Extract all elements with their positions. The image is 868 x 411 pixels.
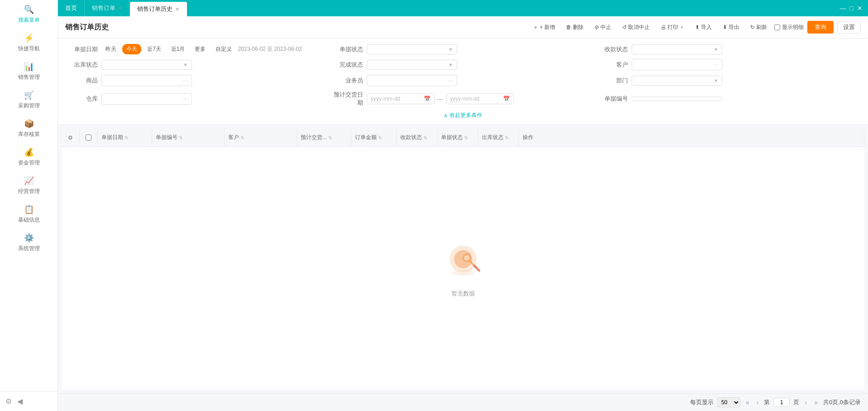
bill-status-select[interactable]: ▼ bbox=[367, 44, 457, 54]
import-button[interactable]: ⬆ 导入 bbox=[691, 22, 715, 33]
page-size-select[interactable]: 50 10 20 100 bbox=[717, 397, 740, 407]
th-delivery-label: 预计交货... bbox=[301, 134, 327, 141]
svg-line-6 bbox=[475, 266, 479, 271]
pagination: 每页显示 50 10 20 100 « ‹ 第 页 › » 共0页,0条记录 bbox=[58, 393, 868, 411]
collapse-label: 收起更多条件 bbox=[450, 111, 482, 119]
warehouse-input[interactable]: ··· bbox=[101, 93, 192, 105]
delete-icon: 🗑 bbox=[566, 24, 571, 30]
filter-warehouse-cell: 仓库 ··· bbox=[65, 93, 331, 105]
date-btn-today[interactable]: 今天 bbox=[122, 44, 141, 54]
department-arrow: ▼ bbox=[713, 78, 718, 83]
sidebar-collapse-btn[interactable]: ◀ bbox=[17, 397, 23, 406]
th-amount[interactable]: 订单金额 ⇅ bbox=[351, 129, 397, 146]
th-amount-sort: ⇅ bbox=[378, 135, 382, 140]
page-size-label: 每页显示 bbox=[690, 398, 714, 406]
query-button[interactable]: 查询 bbox=[807, 21, 834, 34]
th-customer[interactable]: 客户 ⇅ bbox=[225, 129, 297, 146]
salesperson-dots: ··· bbox=[448, 77, 453, 84]
sidebar-item-purchase-mgmt[interactable]: 🛒 采购管理 bbox=[0, 86, 58, 114]
next-page-btn[interactable]: › bbox=[803, 398, 809, 407]
out-status-label: 出库状态 bbox=[65, 61, 101, 69]
th-check[interactable] bbox=[80, 130, 98, 145]
export-button[interactable]: ⬇ 导出 bbox=[719, 22, 743, 33]
salesperson-input[interactable]: ··· bbox=[367, 75, 457, 86]
settings-button[interactable]: 设置 bbox=[837, 21, 861, 34]
department-select[interactable]: ▼ bbox=[632, 76, 722, 86]
out-status-arrow: ▼ bbox=[183, 62, 188, 68]
sidebar-settings-btn[interactable]: ⚙ bbox=[5, 397, 12, 406]
th-date[interactable]: 单据日期 ⇅ bbox=[98, 129, 152, 146]
goods-label: 商品 bbox=[65, 77, 101, 85]
display-detail-input[interactable] bbox=[774, 24, 780, 30]
th-delivery[interactable]: 预计交货... ⇅ bbox=[297, 129, 351, 146]
th-customer-sort: ⇅ bbox=[240, 135, 244, 140]
th-bill-status[interactable]: 单据状态 ⇅ bbox=[437, 129, 478, 146]
first-page-btn[interactable]: « bbox=[744, 398, 751, 407]
date-btn-yesterday[interactable]: 昨天 bbox=[101, 44, 120, 54]
tab-home-label: 首页 bbox=[65, 4, 77, 12]
th-out-status[interactable]: 出库状态 ⇅ bbox=[478, 129, 519, 146]
receipt-status-select[interactable]: ▼ bbox=[632, 44, 722, 54]
import-label: 导入 bbox=[701, 24, 712, 31]
settings-icon: ⚙ bbox=[68, 135, 73, 141]
sidebar-item-sys-mgmt[interactable]: ⚙️ 系统管理 bbox=[0, 228, 58, 257]
refresh-button[interactable]: ↻ 刷新 bbox=[747, 22, 771, 33]
sidebar-item-operations[interactable]: 📈 经营管理 bbox=[0, 171, 58, 200]
complete-status-select[interactable]: ▼ bbox=[367, 60, 457, 70]
stop-label: 中止 bbox=[600, 24, 611, 31]
select-all-checkbox[interactable] bbox=[86, 135, 91, 140]
date-btn-1month[interactable]: 近1月 bbox=[167, 44, 189, 54]
quick-nav-icon: ⚡ bbox=[24, 33, 34, 43]
empty-state: 暂无数据 bbox=[62, 147, 864, 390]
stop-button[interactable]: ⊘ 中止 bbox=[591, 22, 615, 33]
bill-no-input[interactable] bbox=[632, 97, 722, 101]
sidebar-item-basic-info[interactable]: 📋 基础信息 bbox=[0, 200, 58, 228]
th-settings[interactable]: ⚙ bbox=[62, 130, 80, 145]
tab-sales-order-history-close[interactable]: ✕ bbox=[175, 6, 179, 12]
date-btn-more[interactable]: 更多 bbox=[191, 44, 210, 54]
toolbar: ＋ + 新增 🗑 删除 ⊘ 中止 ↺ 取消中止 🖨 打印 bbox=[529, 21, 861, 34]
window-restore-btn[interactable]: □ bbox=[850, 5, 854, 12]
out-status-select[interactable]: ▼ bbox=[101, 60, 192, 70]
customer-input[interactable]: ··· bbox=[632, 59, 722, 70]
export-icon: ⬇ bbox=[723, 24, 727, 30]
collapse-btn[interactable]: ∧ 收起更多条件 bbox=[65, 111, 861, 119]
tab-home[interactable]: 首页 bbox=[58, 0, 85, 16]
window-min-btn[interactable]: — bbox=[840, 5, 846, 12]
tab-sales-order-history[interactable]: 销售订单历史 ✕ bbox=[130, 2, 187, 16]
date-btn-custom[interactable]: 自定义 bbox=[211, 44, 236, 54]
import-icon: ⬆ bbox=[695, 24, 700, 30]
sidebar-item-sales-mgmt[interactable]: 📊 销售管理 bbox=[0, 57, 58, 86]
sidebar-item-finance[interactable]: 💰 资金管理 bbox=[0, 143, 58, 171]
sidebar-label-quick-nav: 快捷导航 bbox=[18, 45, 40, 53]
display-detail-label: 显示明细 bbox=[782, 24, 804, 31]
th-receipt-status[interactable]: 收款状态 ⇅ bbox=[397, 129, 437, 146]
delete-button[interactable]: 🗑 删除 bbox=[562, 22, 587, 33]
empty-illustration bbox=[441, 239, 486, 284]
last-page-btn[interactable]: » bbox=[812, 398, 820, 407]
th-date-label: 单据日期 bbox=[101, 134, 123, 141]
goods-input[interactable]: ··· bbox=[101, 75, 192, 86]
new-label: + 新增 bbox=[540, 24, 555, 31]
date-btn-7days[interactable]: 近7天 bbox=[143, 44, 165, 54]
tab-sales-order-label: 销售订单 bbox=[92, 4, 115, 12]
tab-sales-order[interactable]: 销售订单 ✕ bbox=[85, 0, 130, 16]
sidebar-item-search-menu[interactable]: 🔍 搜索菜单 bbox=[0, 0, 58, 29]
sidebar-item-inventory[interactable]: 📦 库存核算 bbox=[0, 114, 58, 143]
prev-page-btn[interactable]: ‹ bbox=[755, 398, 761, 407]
delivery-date-from[interactable]: yyyy-mm-dd 📅 bbox=[367, 93, 435, 104]
sidebar-item-quick-nav[interactable]: ⚡ 快捷导航 bbox=[0, 29, 58, 57]
tab-sales-order-close[interactable]: ✕ bbox=[118, 5, 122, 11]
display-detail-checkbox[interactable]: 显示明细 bbox=[774, 24, 804, 31]
window-close-btn[interactable]: ✕ bbox=[857, 5, 863, 12]
new-button[interactable]: ＋ + 新增 bbox=[529, 22, 559, 33]
current-page-input[interactable] bbox=[773, 398, 790, 407]
delivery-date-to[interactable]: yyyy-mm-dd 📅 bbox=[446, 93, 514, 104]
th-num[interactable]: 单据编号 ⇅ bbox=[152, 129, 225, 146]
print-button[interactable]: 🖨 打印 ▼ bbox=[657, 22, 688, 33]
filter-out-status-cell: 出库状态 ▼ bbox=[65, 60, 331, 70]
th-delivery-sort: ⇅ bbox=[328, 135, 332, 140]
cancel-stop-button[interactable]: ↺ 取消中止 bbox=[619, 22, 653, 33]
calendar-from-icon: 📅 bbox=[424, 96, 431, 102]
window-controls: — □ ✕ bbox=[840, 0, 868, 16]
